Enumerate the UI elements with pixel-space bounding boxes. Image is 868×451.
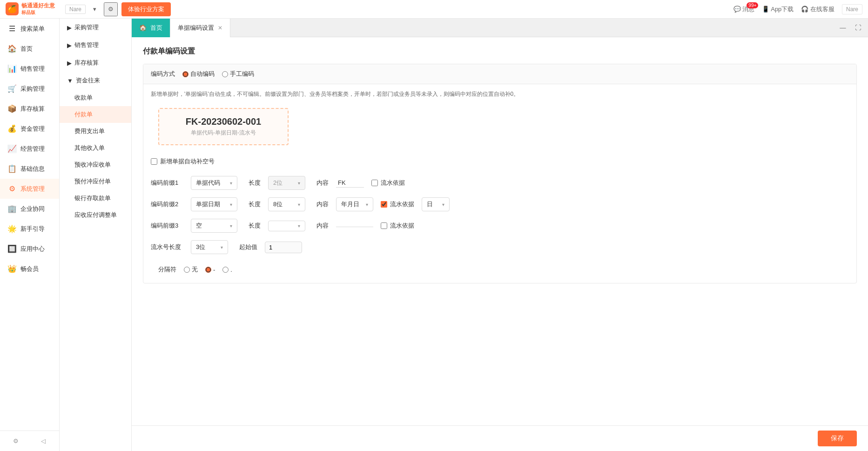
sidebar-item-inventory[interactable]: 📦 库存核算 [0,99,59,119]
submenu-group-funds: ▼ 资金往来 收款单 付款单 费用支出单 其他收入单 预收冲应收单 预付冲应付单… [60,72,131,223]
prefix2-stream-checkbox[interactable] [381,201,387,208]
home-icon: 🏠 [7,44,17,53]
chevron-right-icon: ▶ [67,24,72,31]
sep-dot-radio[interactable]: . [222,266,232,273]
prefix2-content-chevron-icon: ▾ [363,202,368,207]
prefix2-stream-group: 流水依据 [381,200,414,209]
preview-code: FK-20230602-001 [170,116,276,127]
submenu-item-pre-receipt[interactable]: 预收冲应收单 [60,156,131,173]
submenu-group-purchase-title[interactable]: ▶ 采购管理 [60,19,131,36]
encode-method-row: 编码方式 自动编码 手工编码 [143,64,856,84]
prefix2-stream-unit-select[interactable]: 日 ▾ [422,197,450,211]
prefix1-select[interactable]: 单据代码 ▾ [191,176,237,190]
submenu-item-payment[interactable]: 付款单 [60,106,131,123]
auto-fill-row: 新增单据自动补空号 [143,153,856,170]
tabbar-minimize-btn[interactable]: — [836,21,849,34]
finance-icon: 💰 [7,124,17,133]
sep-none-radio[interactable]: 无 [184,265,198,274]
prefix2-content-select[interactable]: 年月日 ▾ [336,197,373,211]
prefix2-select[interactable]: 单据日期 ▾ [191,197,237,211]
submenu-item-expense[interactable]: 费用支出单 [60,123,131,140]
message-icon: 💬 [733,6,741,13]
prefix3-select[interactable]: 空 ▾ [191,219,237,233]
start-value-label: 起始值 [239,243,257,251]
info-text: 新增单据时，'单据编码'自动生成，不可编辑。前缀设置为部门、业务员等档案类，开单… [143,84,856,104]
basic-icon: 📋 [7,164,17,173]
save-button[interactable]: 保存 [818,431,857,446]
prefix1-stream-checkbox[interactable] [371,180,378,186]
topbar: 🍊 畅通通好生意 标品版 Nare ▾ ⚙ 体验行业方案 💬 消息 99+ 📱 … [0,0,868,19]
prefix3-length-select[interactable]: ▾ [268,221,305,231]
prefix2-stream-label: 流水依据 [390,200,414,209]
sidebar-item-purchase[interactable]: 🛒 采购管理 [0,79,59,99]
prefix2-content-label: 内容 [316,200,329,209]
tab-close-btn[interactable]: ✕ [218,25,222,31]
industry-btn[interactable]: 体验行业方案 [121,2,171,16]
prefix3-stream-checkbox[interactable] [381,222,387,229]
config-row-prefix3: 编码前缀3 空 ▾ 长度 ▾ 内容 [151,219,849,233]
auto-fill-checkbox[interactable] [151,158,157,165]
member-icon: 👑 [7,264,17,273]
sidebar-item-basic[interactable]: 📋 基础信息 [0,159,59,179]
username-display: Nare [842,4,862,14]
preview-box: FK-20230602-001 单据代码-单据日期-流水号 [158,108,289,145]
prefix3-content-value [336,225,373,227]
app-download-btn[interactable]: 📱 App下载 [762,5,794,13]
stream-length-select[interactable]: 3位 ▾ [191,240,228,254]
chevron-right-icon3: ▶ [67,60,72,67]
enterprise-icon: 🏢 [7,204,17,213]
two-col-layout: ▶ 采购管理 ▶ 销售管理 ▶ 库存核算 ▼ 资金往来 [60,19,868,451]
tab-home[interactable]: 🏠 首页 [132,19,170,37]
submenu-item-adjustment[interactable]: 应收应付调整单 [60,207,131,223]
prefix1-length-select[interactable]: 2位 ▾ [268,176,305,190]
sidebar-item-member[interactable]: 👑 畅会员 [0,259,59,279]
main-layout: ☰ 搜索菜单 🏠 首页 📊 销售管理 🛒 采购管理 📦 库存核算 💰 资金管理 … [0,19,868,451]
sidebar-item-enterprise[interactable]: 🏢 企业协同 [0,199,59,219]
tabbar: 🏠 首页 单据编码设置 ✕ — ⛶ [132,19,868,37]
prefix2-length-chevron-icon: ▾ [295,202,300,207]
submenu-group-sales-title[interactable]: ▶ 销售管理 [60,36,131,54]
purchase-icon: 🛒 [7,84,17,93]
sidebar-settings-btn[interactable]: ⚙ [4,435,28,447]
submenu-item-pre-payment[interactable]: 预付冲应付单 [60,173,131,190]
topbar-settings-btn[interactable]: ⚙ [104,2,118,16]
submenu-group-inventory-title[interactable]: ▶ 库存核算 [60,54,131,72]
bottom-bar: 保存 [132,425,868,451]
sidebar-item-system[interactable]: ⚙ 系统管理 [0,179,59,199]
sidebar-item-apps[interactable]: 🔲 应用中心 [0,239,59,259]
sidebar-item-operations[interactable]: 📈 经营管理 [0,139,59,159]
auto-encode-radio[interactable]: 自动编码 [182,70,215,78]
submenu-group-funds-title[interactable]: ▼ 资金往来 [60,72,131,89]
encode-section: 编码方式 自动编码 手工编码 [143,64,857,283]
chevron-right-icon2: ▶ [67,42,72,49]
prefix2-length-select[interactable]: 8位 ▾ [268,197,305,211]
message-btn[interactable]: 💬 消息 99+ [733,5,755,13]
sep-dash-radio[interactable]: - [205,266,215,273]
sidebar-collapse-btn[interactable]: ◁ [32,435,56,447]
sidebar-item-newguide[interactable]: 🌟 新手引导 [0,219,59,239]
sidebar-item-finance[interactable]: 💰 资金管理 [0,119,59,139]
submenu-item-receipt[interactable]: 收款单 [60,89,131,106]
search-icon: ☰ [7,24,17,33]
tab-code-settings[interactable]: 单据编码设置 ✕ [170,19,230,37]
home-tab-icon: 🏠 [139,24,147,31]
prefix2-length-label: 长度 [249,200,261,209]
service-icon: 🎧 [801,6,808,13]
encode-radio-group: 自动编码 手工编码 [182,70,254,78]
submenu-group-inventory: ▶ 库存核算 [60,54,131,72]
sidebar-item-sales[interactable]: 📊 销售管理 [0,59,59,79]
tabbar-maximize-btn[interactable]: ⛶ [851,21,864,34]
sidebar-item-search[interactable]: ☰ 搜索菜单 [0,19,59,39]
start-value-input[interactable] [265,242,302,253]
online-service-btn[interactable]: 🎧 在线客服 [801,5,834,13]
prefix3-chevron-icon: ▾ [227,223,232,229]
sidebar-item-home[interactable]: 🏠 首页 [0,39,59,59]
submenu-item-bank-deposit[interactable]: 银行存取款单 [60,190,131,207]
topbar-dropdown-btn[interactable]: ▾ [89,4,100,14]
manual-encode-radio[interactable]: 手工编码 [222,70,254,78]
prefix3-label: 编码前缀3 [151,222,183,230]
submenu-item-other-income[interactable]: 其他收入单 [60,140,131,156]
prefix1-label: 编码前缀1 [151,179,183,187]
stream-length-chevron-icon: ▾ [218,245,223,250]
separator-row: 分隔符 无 - . [151,262,849,277]
